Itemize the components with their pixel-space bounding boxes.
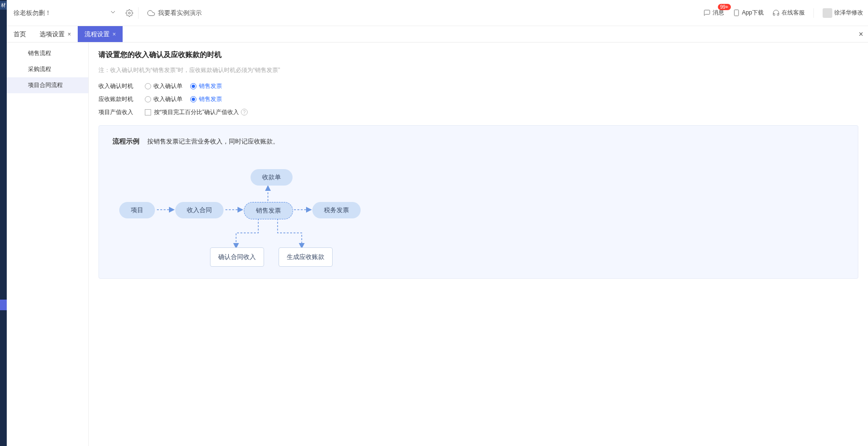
radio-recv-invoice[interactable]: 销售发票 (190, 95, 222, 103)
sidebar-item-project-contract[interactable]: 项目合同流程 (7, 77, 88, 93)
tab-home[interactable]: 首页 (7, 26, 33, 42)
checkbox-completion-pct[interactable]: 按“项目完工百分比”确认产值收入? (145, 108, 248, 116)
node-label: 收款单 (262, 173, 281, 181)
avatar-icon (823, 8, 832, 18)
radio-recv-confirm[interactable]: 收入确认单 (145, 95, 182, 103)
svg-point-0 (128, 12, 130, 14)
tab-options[interactable]: 选项设置 × (33, 26, 78, 42)
sidebar: 销售流程 采购流程 项目合同流程 (7, 43, 89, 446)
topbar-right: 消息 99+ App下载 在线客服 徐泽华修改 (703, 8, 863, 18)
radio-icon (190, 83, 196, 89)
messages-button[interactable]: 消息 99+ (703, 9, 724, 17)
sidebar-item-purchase[interactable]: 采购流程 (7, 61, 88, 77)
demo-link-label: 我要看实例演示 (158, 9, 202, 17)
phone-icon (733, 9, 740, 16)
cloud-icon (147, 9, 155, 17)
checkbox-label: 按“项目完工百分比”确认产值收入 (154, 109, 239, 115)
tab-home-label: 首页 (14, 30, 26, 39)
messages-badge: 99+ (718, 4, 731, 10)
node-label: 生成应收账款 (287, 253, 324, 260)
close-icon[interactable]: × (112, 31, 116, 38)
radio-income-invoice[interactable]: 销售发票 (190, 82, 222, 90)
panel-desc: 按销售发票记主营业务收入，同时记应收账款。 (147, 137, 279, 146)
node-project: 项目 (119, 202, 155, 218)
app-download-label: App下载 (742, 9, 764, 17)
node-receipt: 收款单 (251, 169, 293, 186)
node-label: 收入合同 (187, 206, 212, 214)
row-output-value: 项目产值收入 按“项目完工百分比”确认产值收入? (98, 108, 858, 116)
flow-diagram: 项目 收入合同 销售发票 税务发票 收款单 确认合同收入 生成应收账款 (112, 158, 844, 259)
node-confirm-income: 确认合同收入 (210, 247, 264, 267)
body: 销售流程 采购流程 项目合同流程 请设置您的收入确认及应收账款的时机 注：收入确… (7, 43, 868, 446)
tab-options-label: 选项设置 (40, 30, 65, 39)
radio-icon (145, 96, 151, 102)
main-content: 请设置您的收入确认及应收账款的时机 注：收入确认时机为“销售发票”时，应收账款确… (89, 43, 868, 446)
tabs-bar: 首页 选项设置 × 流程设置 × × (7, 26, 868, 43)
sidebar-item-label: 项目合同流程 (28, 82, 63, 88)
row-receivable-timing: 应收账款时机 收入确认单 销售发票 (98, 95, 858, 103)
app-download-button[interactable]: App下载 (733, 9, 764, 17)
rail-accent (0, 300, 7, 310)
tab-flow[interactable]: 流程设置 × (78, 26, 123, 42)
row-label: 收入确认时机 (98, 82, 137, 90)
user-name: 徐泽华修改 (834, 9, 863, 17)
demo-link[interactable]: 我要看实例演示 (147, 9, 202, 17)
top-bar: 徐老板勿删！ 我要看实例演示 消息 99+ App下载 在线客服 徐泽华修改 (7, 0, 868, 26)
panel-header: 流程示例 按销售发票记主营业务收入，同时记应收账款。 (112, 137, 844, 146)
gear-icon[interactable] (121, 7, 139, 19)
radio-label: 收入确认单 (154, 82, 182, 90)
node-sales-invoice: 销售发票 (244, 202, 293, 219)
node-label: 项目 (131, 206, 143, 214)
headset-icon (772, 9, 780, 16)
org-name: 徐老板勿删！ (14, 9, 51, 17)
node-gen-receivable: 生成应收账款 (279, 247, 333, 267)
checkbox-icon (145, 109, 151, 115)
row-income-timing: 收入确认时机 收入确认单 销售发票 (98, 82, 858, 90)
radio-icon (145, 83, 151, 89)
support-button[interactable]: 在线客服 (772, 9, 805, 17)
row-label: 应收账款时机 (98, 95, 137, 103)
node-label: 税务发票 (324, 206, 349, 214)
row-label: 项目产值收入 (98, 108, 137, 116)
support-label: 在线客服 (782, 9, 805, 17)
radio-label: 销售发票 (199, 82, 222, 90)
divider (813, 8, 814, 18)
radio-label: 收入确认单 (154, 95, 182, 103)
radio-icon (190, 96, 196, 102)
user-menu[interactable]: 徐泽华修改 (823, 8, 863, 18)
org-selector[interactable]: 徐老板勿删！ (10, 8, 121, 17)
node-income-contract: 收入合同 (175, 202, 224, 218)
message-icon (703, 9, 711, 16)
radio-income-confirm[interactable]: 收入确认单 (145, 82, 182, 90)
close-all-icon[interactable]: × (859, 30, 863, 39)
example-panel: 流程示例 按销售发票记主营业务收入，同时记应收账款。 (98, 125, 858, 279)
radio-label: 销售发票 (199, 95, 222, 103)
rail-badge: 材 (0, 1, 7, 10)
sidebar-item-sales[interactable]: 销售流程 (7, 45, 88, 61)
left-rail: 材 (0, 0, 7, 446)
node-label: 销售发票 (256, 207, 281, 214)
sidebar-item-label: 销售流程 (28, 50, 51, 57)
page-note: 注：收入确认时机为“销售发票”时，应收账款确认时机必须为“销售发票” (98, 66, 858, 74)
tab-flow-label: 流程设置 (84, 30, 110, 39)
page-title: 请设置您的收入确认及应收账款的时机 (98, 50, 858, 59)
help-icon[interactable]: ? (241, 109, 248, 115)
node-label: 确认合同收入 (218, 253, 256, 260)
node-tax-invoice: 税务发票 (312, 202, 361, 218)
svg-rect-1 (734, 10, 739, 16)
chevron-down-icon (109, 8, 117, 17)
sidebar-item-label: 采购流程 (28, 66, 51, 72)
close-icon[interactable]: × (68, 31, 71, 38)
panel-title: 流程示例 (112, 137, 140, 146)
